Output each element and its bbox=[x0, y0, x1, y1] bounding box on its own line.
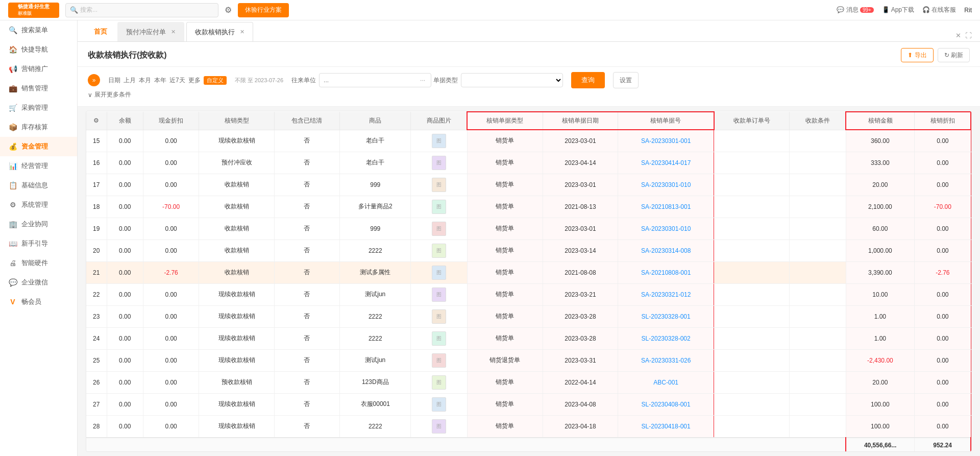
sidebar-label-marketing: 营销推广 bbox=[21, 64, 48, 74]
verify-no-link[interactable]: SA-20230314-008 bbox=[641, 247, 691, 254]
cell-receipt-condition bbox=[790, 152, 846, 174]
refresh-icon: ↻ bbox=[944, 52, 951, 59]
verify-no-link[interactable]: SA-20230301-001 bbox=[641, 137, 691, 145]
tab-receipt-verify-close[interactable]: ✕ bbox=[240, 29, 244, 35]
verify-no-link[interactable]: SA-20210808-001 bbox=[641, 269, 691, 276]
cell-receipt-condition bbox=[790, 196, 846, 218]
sidebar-item-member[interactable]: V 畅会员 bbox=[0, 292, 77, 311]
notification-item[interactable]: 💬 消息 99+ bbox=[837, 6, 874, 14]
cell-verify-discount: 0.00 bbox=[915, 152, 971, 174]
verify-no-link[interactable]: SA-20230301-010 bbox=[641, 181, 691, 188]
verify-no-link[interactable]: SA-20230331-026 bbox=[641, 357, 691, 364]
industry-btn[interactable]: 休验行业方案 bbox=[238, 3, 289, 17]
online-service-link[interactable]: 🎧 在线客服 bbox=[922, 6, 956, 14]
sidebar-item-biz-mgmt[interactable]: 📊 经营管理 bbox=[0, 156, 77, 176]
filter-counterpart-input[interactable] bbox=[319, 73, 431, 87]
table-row: 23 0.00 0.00 现续收款核销 否 2222 图 销货单 2023-03… bbox=[86, 305, 971, 327]
verify-no-link[interactable]: SL-20230418-001 bbox=[642, 423, 691, 430]
settings-icon[interactable]: ⚙ bbox=[225, 5, 232, 15]
sidebar-item-inventory[interactable]: 📦 库存核算 bbox=[0, 117, 77, 137]
verify-no-link[interactable]: SA-20230414-017 bbox=[641, 159, 691, 166]
cell-no: 19 bbox=[86, 218, 107, 239]
cell-verify-amount: 360.00 bbox=[846, 130, 915, 152]
sidebar-item-search-menu[interactable]: 🔍 搜索菜单 bbox=[0, 20, 77, 40]
tab-fullscreen-icon[interactable]: ⛶ bbox=[965, 32, 972, 39]
filter-counterpart-label: 往来单位 bbox=[291, 76, 316, 85]
counterpart-dots[interactable]: ··· bbox=[420, 77, 425, 84]
table-area: ⚙ 余额 现金折扣 核销类型 包含已结清 商品 商品图片 核销单据类型 核销单据… bbox=[86, 111, 972, 452]
sidebar-label-biz-mgmt: 经营管理 bbox=[21, 161, 48, 171]
cell-verify-no: SL-20230408-001 bbox=[618, 393, 714, 415]
export-button[interactable]: ⬆ 导出 bbox=[901, 48, 933, 62]
cell-include-settled: 否 bbox=[274, 218, 339, 239]
sidebar-item-sales[interactable]: 💼 销售管理 bbox=[0, 79, 77, 98]
filter-this-year[interactable]: 本年 bbox=[154, 76, 166, 85]
cell-verify-discount: -70.00 bbox=[915, 196, 971, 218]
verify-no-link[interactable]: SA-20210813-001 bbox=[641, 203, 691, 210]
sidebar-item-wechat[interactable]: 💬 企业微信 bbox=[0, 273, 77, 292]
app-download-link[interactable]: 📱 App下载 bbox=[882, 6, 914, 14]
filter-more[interactable]: 更多 bbox=[188, 76, 201, 85]
sidebar-item-finance[interactable]: 💰 资金管理 bbox=[0, 137, 77, 156]
filter-custom-btn[interactable]: 自定义 bbox=[204, 76, 227, 85]
tab-home[interactable]: 首页 bbox=[86, 22, 115, 41]
refresh-button[interactable]: ↻ 刷新 bbox=[938, 48, 970, 62]
tab-prepay[interactable]: 预付冲应付单 ✕ bbox=[117, 22, 184, 41]
verify-no-link[interactable]: SL-20230408-001 bbox=[642, 401, 691, 408]
cell-verify-no: SL-20230328-001 bbox=[618, 305, 714, 327]
verify-no-link[interactable]: SL-20230328-002 bbox=[642, 335, 691, 342]
cell-receipt-order-no bbox=[714, 130, 790, 152]
cell-verify-date: 2023-03-28 bbox=[543, 305, 618, 327]
setting-button[interactable]: 设置 bbox=[613, 72, 639, 88]
cell-goods-img: 图 bbox=[411, 371, 467, 393]
sidebar-item-marketing[interactable]: 📢 营销推广 bbox=[0, 59, 77, 79]
verify-no-link[interactable]: ABC-001 bbox=[653, 379, 678, 386]
tab-receipt-verify[interactable]: 收款核销执行 ✕ bbox=[186, 22, 253, 41]
cell-goods-img: 图 bbox=[411, 305, 467, 327]
filter-voucher-type-select[interactable] bbox=[461, 73, 563, 87]
verify-no-link[interactable]: SA-20230321-012 bbox=[641, 291, 691, 298]
cell-verify-voucher-type: 销货单 bbox=[467, 305, 543, 327]
cell-goods-img: 图 bbox=[411, 239, 467, 261]
cell-include-settled: 否 bbox=[274, 283, 339, 305]
filter-last-month[interactable]: 上月 bbox=[124, 76, 136, 85]
cell-include-settled: 否 bbox=[274, 415, 339, 438]
sidebar-item-quick-nav[interactable]: 🏠 快捷导航 bbox=[0, 40, 77, 59]
sidebar-item-basic-info[interactable]: 📋 基础信息 bbox=[0, 176, 77, 195]
table-row: 25 0.00 0.00 现续收款核销 否 测试jun 图 销货退货单 2023… bbox=[86, 349, 971, 371]
cell-receipt-order-no bbox=[714, 261, 790, 283]
cell-verify-amount: 3,390.00 bbox=[846, 261, 915, 283]
sidebar-item-purchase[interactable]: 🛒 采购管理 bbox=[0, 98, 77, 117]
tab-close-all-icon[interactable]: ✕ bbox=[955, 32, 961, 39]
cell-verify-date: 2023-03-01 bbox=[543, 130, 618, 152]
user-name: Rit bbox=[964, 7, 972, 14]
cell-goods-img: 图 bbox=[411, 393, 467, 415]
cell-receipt-order-no bbox=[714, 239, 790, 261]
query-button[interactable]: 查询 bbox=[571, 72, 605, 88]
cell-no: 17 bbox=[86, 174, 107, 196]
filter-collapse-btn[interactable]: » bbox=[88, 74, 100, 86]
cell-receipt-order-no bbox=[714, 327, 790, 349]
cell-goods: 老白干 bbox=[340, 152, 411, 174]
sidebar-item-guide[interactable]: 📖 新手引导 bbox=[0, 234, 77, 253]
verify-no-link[interactable]: SA-20230301-010 bbox=[641, 225, 691, 232]
sidebar-label-quick-nav: 快捷导航 bbox=[21, 45, 48, 54]
cell-include-settled: 否 bbox=[274, 196, 339, 218]
cell-receipt-condition bbox=[790, 174, 846, 196]
filter-this-month[interactable]: 本月 bbox=[139, 76, 151, 85]
sidebar-item-smart-hw[interactable]: 🖨 智能硬件 bbox=[0, 253, 77, 273]
cell-no: 23 bbox=[86, 305, 107, 327]
filter-last-7-days[interactable]: 近7天 bbox=[169, 76, 185, 85]
sidebar-item-enterprise[interactable]: 🏢 企业协同 bbox=[0, 214, 77, 234]
cell-verify-discount: 0.00 bbox=[915, 283, 971, 305]
cell-receipt-order-no bbox=[714, 174, 790, 196]
sidebar-item-sys-mgmt[interactable]: ⚙ 系统管理 bbox=[0, 195, 77, 214]
table-row: 26 0.00 0.00 预收款核销 否 123D商品 图 销货单 2022-0… bbox=[86, 371, 971, 393]
expand-more-btn[interactable]: ∨ 展开更多条件 bbox=[88, 88, 970, 101]
verify-no-link[interactable]: SL-20230328-001 bbox=[642, 313, 691, 320]
cell-verify-no: SA-20230321-012 bbox=[618, 283, 714, 305]
tab-receipt-verify-label: 收款核销执行 bbox=[195, 28, 235, 37]
tab-prepay-close[interactable]: ✕ bbox=[171, 29, 176, 35]
page-content: 收款核销执行(按收款) ⬆ 导出 ↻ 刷新 » bbox=[78, 42, 980, 456]
col-settings[interactable]: ⚙ bbox=[86, 112, 107, 130]
